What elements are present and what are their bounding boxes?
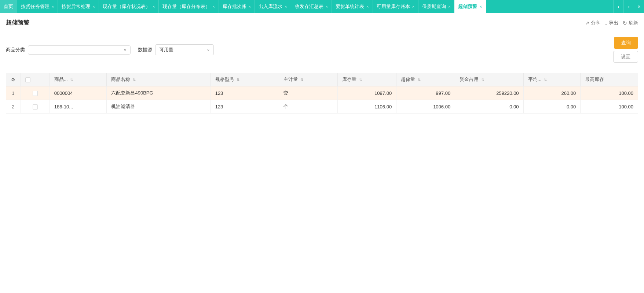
nav-tab-summary[interactable]: 收发存汇总表 × <box>291 0 332 13</box>
close-tab-summary[interactable]: × <box>326 4 328 9</box>
page-container: 超储预警 ↗ 分享 ↓ 导出 ↻ 刷新 商品分类 ∨ 数据源 <box>0 13 644 293</box>
nav-tab-batch[interactable]: 库存批次账 × <box>219 0 255 13</box>
table-row: 1 0000004 六配套新昌490BPG 123 套 1097.00 997.… <box>6 86 638 100</box>
nav-tab-picking-exception[interactable]: 拣货异常处理 × <box>58 0 99 13</box>
cell-max-stock: 100.00 <box>581 100 638 114</box>
sort-product-name-icon: ⇅ <box>133 78 136 82</box>
nav-tab-overstock[interactable]: 超储预警 × <box>454 0 486 13</box>
category-select-arrow-icon: ∨ <box>124 48 127 52</box>
column-header-product-code[interactable]: 商品... ⇅ <box>50 73 107 86</box>
top-navigation: 首页 拣货任务管理 × 拣货异常处理 × 现存量（库存状况表） × 现存量（库存… <box>0 0 644 13</box>
cell-stock: 1097.00 <box>338 86 396 100</box>
category-label: 商品分类 <box>6 47 25 53</box>
select-all-checkbox[interactable] <box>25 77 30 82</box>
page-header: 超储预警 ↗ 分享 ↓ 导出 ↻ 刷新 <box>6 19 638 27</box>
close-tab-inout-flow[interactable]: × <box>285 4 287 9</box>
nav-arrows: ‹ › × <box>613 0 644 13</box>
category-filter: 商品分类 ∨ <box>6 45 131 55</box>
nav-tab-inout-flow[interactable]: 出入库流水 × <box>255 0 291 13</box>
cell-max-stock: 100.00 <box>581 86 638 100</box>
nav-tab-stock-dist[interactable]: 现存量（库存分布表） × <box>159 0 219 13</box>
column-header-max-stock[interactable]: 最高库存 <box>581 73 638 86</box>
sort-avg-icon: ⇅ <box>544 78 547 82</box>
cell-product-code: 0000004 <box>50 86 107 100</box>
column-header-avg[interactable]: 平均... ⇅ <box>523 73 581 86</box>
datasource-filter: 数据源 可用量 ∨ <box>138 44 214 55</box>
export-icon: ↓ <box>605 20 607 26</box>
row-checkbox[interactable] <box>21 86 50 100</box>
sort-capital-icon: ⇅ <box>481 78 484 82</box>
column-header-checkbox[interactable] <box>21 73 50 86</box>
close-tab-picking-exception[interactable]: × <box>92 4 95 9</box>
refresh-icon: ↻ <box>623 20 627 26</box>
data-table: ⚙ 商品... ⇅ 商品名称 ⇅ 规格型号 ⇅ 主计量 <box>6 73 638 114</box>
cell-avg: 0.00 <box>523 100 581 114</box>
cell-capital: 0.00 <box>455 100 523 114</box>
cell-stock: 1106.00 <box>338 100 396 114</box>
cell-avg: 260.00 <box>523 86 581 100</box>
cell-overstock: 1006.00 <box>396 100 455 114</box>
settings-button[interactable]: 设置 <box>613 51 638 63</box>
query-button[interactable]: 查询 <box>614 37 638 49</box>
row-checkbox[interactable] <box>21 100 50 114</box>
close-tab-available[interactable]: × <box>412 4 414 9</box>
row-num: 2 <box>6 100 21 114</box>
refresh-button[interactable]: ↻ 刷新 <box>623 20 638 26</box>
nav-arrow-more[interactable]: × <box>634 0 644 13</box>
close-tab-picking-task[interactable]: × <box>52 4 54 9</box>
nav-tab-picking-task[interactable]: 拣货任务管理 × <box>17 0 58 13</box>
close-tab-batch[interactable]: × <box>249 4 251 9</box>
sort-product-code-icon: ⇅ <box>70 78 73 82</box>
header-actions: ↗ 分享 ↓ 导出 ↻ 刷新 <box>585 20 638 26</box>
export-button[interactable]: ↓ 导出 <box>605 20 618 26</box>
datasource-select-arrow-icon: ∨ <box>207 48 210 52</box>
close-tab-overstock[interactable]: × <box>479 4 482 9</box>
column-header-unit[interactable]: 主计量 ⇅ <box>279 73 338 86</box>
datasource-select[interactable]: 可用量 ∨ <box>155 44 214 55</box>
cell-product-name: 机油滤清器 <box>107 100 211 114</box>
filter-buttons: 查询 设置 <box>613 37 638 63</box>
datasource-value: 可用量 <box>159 47 204 53</box>
cell-product-name: 六配套新昌490BPG <box>107 86 211 100</box>
sort-spec-icon: ⇅ <box>237 78 239 82</box>
column-header-overstock[interactable]: 超储量 ⇅ <box>396 73 455 86</box>
sort-unit-icon: ⇅ <box>300 78 303 82</box>
cell-product-code: 186-10... <box>50 100 107 114</box>
close-tab-quality[interactable]: × <box>448 4 450 9</box>
table-header-row: ⚙ 商品... ⇅ 商品名称 ⇅ 规格型号 ⇅ 主计量 <box>6 73 638 86</box>
nav-tab-stock-status[interactable]: 现存量（库存状况表） × <box>99 0 159 13</box>
category-select[interactable]: ∨ <box>28 45 131 55</box>
sort-overstock-icon: ⇅ <box>418 78 421 82</box>
cell-spec: 123 <box>211 86 279 100</box>
nav-tab-home[interactable]: 首页 <box>0 0 17 13</box>
nav-tab-available[interactable]: 可用量库存账本 × <box>373 0 418 13</box>
column-header-gear[interactable]: ⚙ <box>6 73 21 86</box>
page-title: 超储预警 <box>6 19 29 27</box>
nav-tab-quality[interactable]: 保质期查询 × <box>418 0 454 13</box>
close-tab-demand[interactable]: × <box>366 4 369 9</box>
column-header-product-name[interactable]: 商品名称 ⇅ <box>107 73 211 86</box>
row-select-checkbox[interactable] <box>33 104 38 110</box>
cell-unit: 个 <box>279 100 338 114</box>
cell-spec: 123 <box>211 100 279 114</box>
close-tab-stock-status[interactable]: × <box>153 4 155 9</box>
row-num: 1 <box>6 86 21 100</box>
filter-bar: 商品分类 ∨ 数据源 可用量 ∨ 查询 设置 <box>6 33 638 67</box>
nav-arrow-left[interactable]: ‹ <box>613 0 623 13</box>
datasource-label: 数据源 <box>138 47 152 53</box>
column-header-stock[interactable]: 库存量 ⇅ <box>338 73 396 86</box>
row-select-checkbox[interactable] <box>33 91 38 96</box>
sort-stock-icon: ⇅ <box>359 78 362 82</box>
column-header-capital[interactable]: 资金占用 ⇅ <box>455 73 523 86</box>
cell-capital: 259220.00 <box>455 86 523 100</box>
nav-arrow-right[interactable]: › <box>623 0 634 13</box>
table-row: 2 186-10... 机油滤清器 123 个 1106.00 1006.00 … <box>6 100 638 114</box>
close-tab-stock-dist[interactable]: × <box>212 4 215 9</box>
cell-unit: 套 <box>279 86 338 100</box>
cell-overstock: 997.00 <box>396 86 455 100</box>
nav-tab-demand[interactable]: 要货单统计表 × <box>332 0 373 13</box>
column-header-spec[interactable]: 规格型号 ⇅ <box>211 73 279 86</box>
share-button[interactable]: ↗ 分享 <box>585 20 600 26</box>
share-icon: ↗ <box>585 20 589 26</box>
